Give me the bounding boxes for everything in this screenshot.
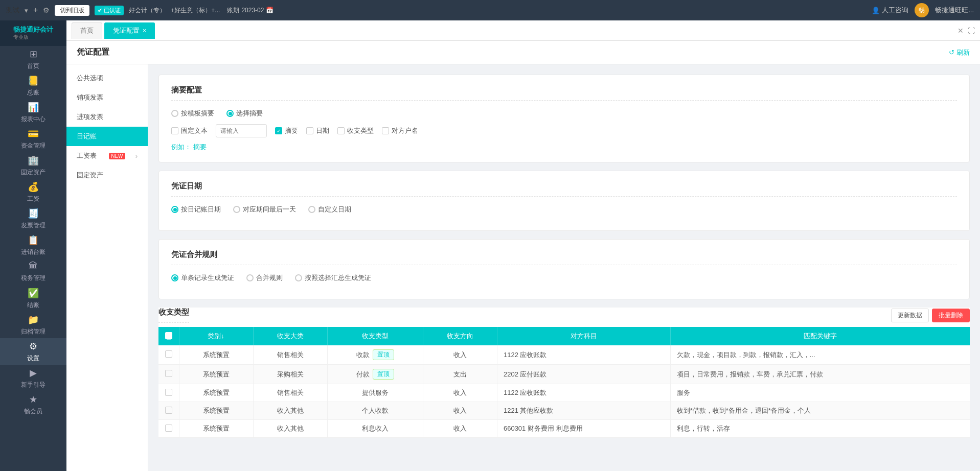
support-label[interactable]: 👤 人工咨询	[872, 6, 908, 15]
date-radio-last-day[interactable]: 对应期间最后一天	[233, 205, 296, 214]
row-type-3: 个人收款	[327, 402, 423, 420]
row-type-2: 提供服务	[327, 384, 423, 402]
checkbox-row: 固定文本 ✓ 摘要 日期 收支类型	[171, 124, 957, 137]
payroll-icon: 💰	[28, 181, 39, 193]
sidebar-item-archive[interactable]: 📁 归档管理	[0, 312, 66, 338]
row-checkbox-3[interactable]	[158, 402, 179, 420]
sidebar-item-funds[interactable]: 💳 资金管理	[0, 126, 66, 152]
table-row: 系统预置 销售相关 收款 置顶 收入 1122 应收账款 欠款，现金，项目款，到…	[158, 345, 970, 365]
tab-close-icon[interactable]: ×	[143, 27, 146, 34]
row-major-4: 收入其他	[253, 420, 327, 438]
sidebar-item-closing[interactable]: ✅ 结账	[0, 285, 66, 312]
user-label: 畅捷通旺旺...	[935, 6, 974, 15]
left-nav-item-fixed-assets[interactable]: 固定资产	[66, 166, 148, 185]
row-direction-1: 支出	[423, 365, 497, 384]
row-direction-2: 收入	[423, 384, 497, 402]
sidebar-item-reports[interactable]: 📊 报表中心	[0, 99, 66, 126]
row-checkbox-2[interactable]	[158, 384, 179, 402]
merge-rules-radio-group: 单条记录生成凭证 合并规则 按照选择汇总生成凭证	[171, 273, 957, 282]
close-window-button[interactable]: ✕	[958, 27, 964, 35]
radio-template-circle	[171, 110, 178, 117]
fixed-text-input[interactable]	[216, 124, 267, 137]
sidebar-item-member[interactable]: ★ 畅会员	[0, 391, 66, 418]
logo: 畅捷通好会计 专业版	[0, 20, 66, 46]
row-account-4: 660301 财务费用 利息费用	[497, 420, 670, 438]
ledger-icon: 📒	[28, 75, 39, 86]
sidebar-item-payroll[interactable]: 💰 工资	[0, 179, 66, 205]
maximize-window-button[interactable]: ⛶	[968, 27, 975, 35]
new-badge: NEW	[109, 153, 125, 159]
row-major-0: 销售相关	[253, 345, 327, 365]
topbar-settings-icon[interactable]: ⚙	[43, 6, 50, 14]
row-type-4: 利息收入	[327, 420, 423, 438]
guide-icon: ▶	[30, 367, 37, 379]
summary-config-title: 摘要配置	[171, 85, 957, 101]
topbar-title: 测试	[6, 6, 19, 15]
col-type: 收支类型	[327, 327, 423, 345]
radio-rules-circle	[246, 274, 254, 281]
reports-icon: 📊	[28, 102, 39, 113]
income-type-checkbox[interactable]: 收支类型	[337, 126, 374, 135]
row-checkbox-4[interactable]	[158, 420, 179, 438]
left-nav-item-payroll[interactable]: 工资表 NEW ›	[66, 146, 148, 166]
logo-text: 畅捷通好会计	[13, 26, 53, 34]
example-text: 例如： 摘要	[171, 143, 957, 152]
certified-badge: ✔已认证	[95, 6, 124, 15]
left-nav-item-purchase-invoice[interactable]: 进项发票	[66, 107, 148, 127]
date-radio-journal[interactable]: 按日记账日期	[171, 205, 221, 214]
topbar-add-icon[interactable]: +	[33, 6, 38, 15]
page-header-actions: ↺ 刷新	[949, 48, 970, 63]
select-all-checkbox[interactable]: ▢	[165, 332, 172, 339]
sidebar-item-invoice[interactable]: 🧾 发票管理	[0, 205, 66, 232]
date-radio-custom[interactable]: 自定义日期	[308, 205, 351, 214]
voucher-date-radio-group: 按日记账日期 对应期间最后一天 自定义日期	[171, 205, 957, 214]
row-direction-3: 收入	[423, 402, 497, 420]
content-area: 首页 凭证配置 × ✕ ⛶ 凭证配置 ↺ 刷新	[66, 20, 980, 471]
switch-version-button[interactable]: 切到旧版	[55, 5, 89, 16]
left-nav-item-public[interactable]: 公共选项	[66, 68, 148, 88]
refresh-button[interactable]: ↺ 刷新	[949, 48, 970, 57]
merge-radio-summary[interactable]: 按照选择汇总生成凭证	[295, 273, 371, 282]
tab-voucher-config[interactable]: 凭证配置 ×	[104, 22, 155, 39]
sidebar-item-tax[interactable]: 🏛 税务管理	[0, 258, 66, 285]
row-category-3: 系统预置	[179, 402, 253, 420]
row-category-4: 系统预置	[179, 420, 253, 438]
summary-radio-select[interactable]: 选择摘要	[226, 109, 263, 118]
col-keywords: 匹配关键字	[670, 327, 970, 345]
row-checkbox-0[interactable]	[158, 345, 179, 365]
row-account-1: 2202 应付账款	[497, 365, 670, 384]
voucher-date-section: 凭证日期 按日记账日期 对应期间最后一天 自定义日期	[158, 171, 970, 231]
table-row: 系统预置 采购相关 付款 置顶 支出 2202 应付账款 项目，日常费用，报销款…	[158, 365, 970, 384]
summary-checkbox-box: ✓	[275, 127, 282, 134]
update-data-button[interactable]: 更新数据	[891, 309, 929, 322]
row-direction-0: 收入	[423, 345, 497, 365]
merge-radio-rules[interactable]: 合并规则	[246, 273, 283, 282]
purchase-sales-icon: 📋	[28, 234, 39, 246]
row-keywords-0: 欠款，现金，项目款，到款，报销款，汇入，...	[670, 345, 970, 365]
sidebar-item-fixed-assets[interactable]: 🏢 固定资产	[0, 152, 66, 179]
user-avatar[interactable]: 畅	[915, 3, 929, 17]
sidebar-item-purchase-sales[interactable]: 📋 进销台账	[0, 232, 66, 258]
row-checkbox-1[interactable]	[158, 365, 179, 384]
left-nav-item-journal[interactable]: 日记账	[66, 127, 148, 146]
sidebar-item-ledger[interactable]: 📒 总账	[0, 73, 66, 99]
tab-home[interactable]: 首页	[72, 22, 102, 39]
left-nav: 公共选项 销项发票 进项发票 日记账 工资表 NEW › 固定资产	[66, 64, 148, 471]
fixed-text-checkbox[interactable]: 固定文本	[171, 126, 208, 135]
topbar-dropdown-icon[interactable]: ▾	[25, 7, 28, 14]
date-checkbox[interactable]: 日期	[306, 126, 329, 135]
sidebar-item-home[interactable]: ⊞ 首页	[0, 46, 66, 73]
merge-radio-single[interactable]: 单条记录生成凭证	[171, 273, 234, 282]
top-tag-0: 置顶	[373, 349, 394, 360]
counterpart-checkbox[interactable]: 对方户名	[382, 126, 418, 135]
calendar-icon[interactable]: 📅	[266, 7, 274, 14]
refresh-icon: ↺	[949, 49, 954, 56]
sidebar-item-settings[interactable]: ⚙ 设置	[0, 338, 66, 365]
sidebar-item-guide[interactable]: ▶ 新手引导	[0, 365, 66, 391]
left-nav-item-sales-invoice[interactable]: 销项发票	[66, 88, 148, 107]
col-major: 收支大类	[253, 327, 327, 345]
summary-checkbox[interactable]: ✓ 摘要	[275, 126, 298, 135]
batch-delete-button[interactable]: 批量删除	[932, 309, 970, 322]
page-title: 凭证配置	[77, 47, 109, 64]
summary-radio-template[interactable]: 按模板摘要	[171, 109, 214, 118]
